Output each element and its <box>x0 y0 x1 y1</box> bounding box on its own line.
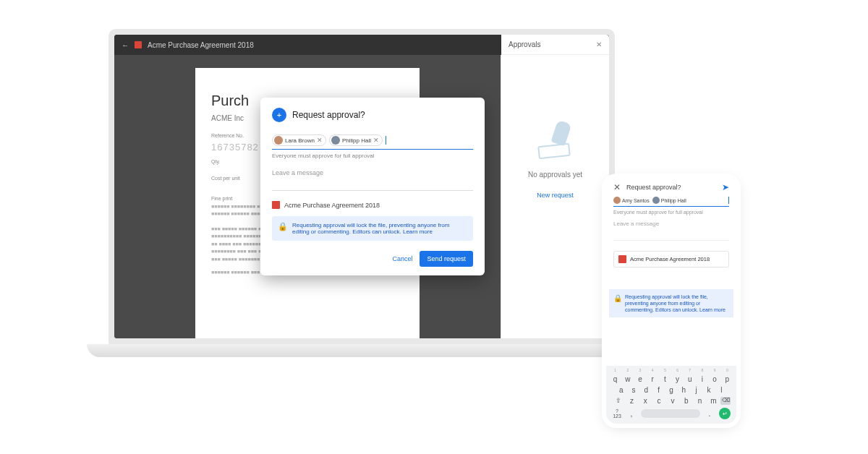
keyboard-key[interactable]: v <box>668 397 678 405</box>
keyboard-key[interactable]: p <box>722 375 732 383</box>
approver-chip[interactable]: Philipp Hall ✕ <box>329 134 383 146</box>
keyboard-key[interactable]: x <box>640 397 650 405</box>
key-hint: 6 <box>676 369 678 372</box>
period-key[interactable]: . <box>705 410 715 418</box>
back-icon[interactable]: ← <box>122 41 129 49</box>
keyboard-key[interactable]: l <box>716 386 726 394</box>
key-hint: 9 <box>714 369 716 372</box>
spacebar-key[interactable] <box>641 409 700 418</box>
approvals-panel-header: Approvals ✕ <box>501 35 609 55</box>
keyboard-key[interactable]: k <box>704 386 714 394</box>
approvers-input[interactable]: Lara Brown ✕ Philipp Hall ✕ <box>272 132 473 150</box>
approver-chip[interactable]: Philipp Hall <box>652 197 686 204</box>
attachment-name: Acme Purchase Agreement 2018 <box>630 256 710 262</box>
keyboard-key[interactable]: o <box>710 375 720 383</box>
close-icon[interactable]: ✕ <box>613 182 621 192</box>
key-hint: 3 <box>639 369 642 372</box>
person-add-icon: + <box>272 108 286 122</box>
mobile-header: ✕ Request approval? ➤ <box>606 178 736 197</box>
avatar <box>274 136 283 145</box>
info-text: Requesting approval will lock the file, … <box>625 294 708 312</box>
chip-name: Amy Santos <box>622 198 650 203</box>
keyboard-key[interactable]: m <box>708 397 718 405</box>
key-hint: 2 <box>626 369 629 372</box>
pdf-icon <box>272 201 280 209</box>
remove-chip-icon[interactable]: ✕ <box>317 137 323 144</box>
keyboard-key[interactable]: f <box>654 386 664 394</box>
mobile-title: Request approval? <box>626 184 716 191</box>
attachment-row: Acme Purchase Agreement 2018 <box>272 201 473 209</box>
keyboard-key[interactable]: d <box>641 386 651 394</box>
keyboard-key[interactable]: h <box>678 386 689 394</box>
approver-chip[interactable]: Lara Brown ✕ <box>272 134 326 146</box>
key-hint: 0 <box>726 369 728 372</box>
keyboard-key[interactable]: u <box>685 375 695 383</box>
keyboard-key[interactable]: i <box>697 375 707 383</box>
avatar <box>652 197 660 204</box>
keyboard-key[interactable]: b <box>681 397 692 405</box>
symbols-key[interactable]: ?123 <box>612 408 622 419</box>
text-cursor <box>728 197 729 204</box>
dialog-title: Request approval? <box>292 110 365 120</box>
laptop-base <box>87 344 637 357</box>
send-request-button[interactable]: Send request <box>420 251 473 267</box>
key-hint: 7 <box>689 369 691 372</box>
approvals-panel: Approvals ✕ No approvals yet New request <box>501 55 609 338</box>
approvals-title: Approvals <box>509 40 540 48</box>
mobile-hint: Everyone must approve for full approval <box>613 210 729 215</box>
mobile-message-input[interactable]: Leave a message <box>613 220 729 241</box>
keyboard-key[interactable]: a <box>616 386 626 394</box>
close-icon[interactable]: ✕ <box>596 40 602 48</box>
message-input[interactable]: Leave a message <box>272 166 473 191</box>
avatar <box>613 197 621 204</box>
soft-keyboard[interactable]: 1234567890 qwertyuiop asdfghjkl ⇧ zxcvbn… <box>606 366 736 424</box>
keyboard-key[interactable]: r <box>647 375 658 383</box>
cancel-button[interactable]: Cancel <box>392 255 412 262</box>
keyboard-key[interactable]: n <box>695 397 705 405</box>
keyboard-key[interactable]: g <box>666 386 676 394</box>
learn-more-link[interactable]: Learn more <box>699 307 726 312</box>
keyboard-key[interactable]: z <box>626 397 637 405</box>
lock-info-banner: 🔒 Requesting approval will lock the file… <box>272 216 473 241</box>
keyboard-key[interactable]: e <box>635 375 645 383</box>
attachment-name: Acme Purchase Agreement 2018 <box>284 202 380 209</box>
key-hint: 5 <box>664 369 666 372</box>
request-approval-dialog: + Request approval? Lara Brown ✕ Philipp… <box>260 98 485 275</box>
phone-frame: ✕ Request approval? ➤ Amy Santos Philipp… <box>606 178 736 424</box>
stamp-illustration <box>535 120 576 160</box>
empty-state-text: No approvals yet <box>528 171 582 179</box>
keyboard-key[interactable]: c <box>654 397 664 405</box>
mobile-attachment: Acme Purchase Agreement 2018 <box>613 251 729 267</box>
pdf-icon <box>618 255 626 263</box>
approvers-hint: Everyone must approve for full approval <box>272 153 473 159</box>
pdf-icon <box>135 41 142 48</box>
remove-chip-icon[interactable]: ✕ <box>373 137 379 144</box>
voice-input-button[interactable]: ↵ <box>719 408 731 419</box>
lock-icon: 🔒 <box>278 222 288 231</box>
send-icon[interactable]: ➤ <box>722 182 729 192</box>
chip-name: Philipp Hall <box>342 137 371 144</box>
comma-key[interactable]: , <box>626 410 637 418</box>
keyboard-key[interactable]: w <box>623 375 633 383</box>
approver-chip[interactable]: Amy Santos <box>613 197 650 204</box>
mobile-info-banner: 🔒 Requesting approval will lock the file… <box>609 289 733 317</box>
keyboard-key[interactable]: t <box>660 375 670 383</box>
mobile-approvers-input[interactable]: Amy Santos Philipp Hall <box>613 197 729 207</box>
text-cursor <box>386 136 386 145</box>
lock-icon: 🔒 <box>613 294 622 303</box>
keyboard-key[interactable]: y <box>673 375 683 383</box>
keyboard-key[interactable]: j <box>692 386 702 394</box>
backspace-key[interactable]: ⌫ <box>720 397 731 405</box>
keyboard-key[interactable]: s <box>629 386 639 394</box>
keyboard-key[interactable]: q <box>610 375 621 383</box>
new-request-link[interactable]: New request <box>537 192 574 199</box>
key-hint: 4 <box>652 369 654 372</box>
key-hint: 1 <box>614 369 616 372</box>
learn-more-link[interactable]: Learn more <box>403 228 433 235</box>
shift-key[interactable]: ⇧ <box>612 397 625 405</box>
key-hint: 8 <box>702 369 704 372</box>
avatar <box>331 136 340 145</box>
chip-name: Lara Brown <box>285 137 315 144</box>
document-title: Acme Purchase Agreement 2018 <box>148 41 254 49</box>
chip-name: Philipp Hall <box>661 198 686 203</box>
